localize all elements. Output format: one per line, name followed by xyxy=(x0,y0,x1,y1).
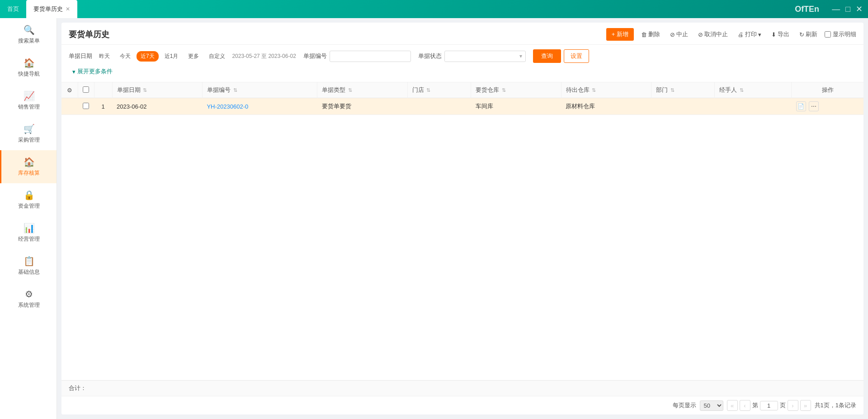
sidebar-item-sales-mgmt[interactable]: 📈 销售管理 xyxy=(0,84,57,117)
row-more-icon[interactable]: ⋯ xyxy=(809,101,819,111)
sort-store-icon[interactable]: ⇅ xyxy=(426,87,430,93)
bill-no-input[interactable] xyxy=(330,51,411,62)
status-label: 单据状态 xyxy=(418,52,442,60)
col-checkbox xyxy=(78,82,94,98)
table-footer: 合计： xyxy=(61,380,863,396)
status-select-wrapper xyxy=(444,51,526,62)
row-checkbox[interactable] xyxy=(83,103,89,109)
refresh-icon: ↻ xyxy=(799,31,804,38)
display-detail-checkbox[interactable] xyxy=(825,31,831,38)
date-custom-btn[interactable]: 自定义 xyxy=(205,51,229,62)
table-container: ⚙ 单据日期 ⇅ 单据编号 xyxy=(61,82,863,380)
sort-date-icon[interactable]: ⇅ xyxy=(143,87,147,93)
first-page-btn[interactable]: « xyxy=(727,400,738,411)
date-7days-btn[interactable]: 近7天 xyxy=(137,51,159,62)
sort-dept-icon[interactable]: ⇅ xyxy=(670,87,675,93)
date-more-btn[interactable]: 更多 xyxy=(184,51,203,62)
tab-home[interactable]: 首页 xyxy=(0,0,26,18)
sales-icon: 📈 xyxy=(24,90,35,101)
expand-more-button[interactable]: ▾ 展开更多条件 xyxy=(69,66,116,77)
page-number-input[interactable]: 1 xyxy=(760,401,778,410)
row-handler xyxy=(715,98,792,115)
query-button[interactable]: 查询 xyxy=(533,49,561,63)
col-bill-no: 单据编号 ⇅ xyxy=(202,82,317,98)
expand-icon: ▾ xyxy=(72,68,75,75)
sidebar-item-fund-mgmt[interactable]: 🔒 资金管理 xyxy=(0,183,57,216)
prev-page-btn[interactable]: ‹ xyxy=(740,400,750,411)
date-1month-btn[interactable]: 近1月 xyxy=(160,51,183,62)
col-bill-type: 单据类型 ⇅ xyxy=(317,82,407,98)
settings-button[interactable]: 设置 xyxy=(564,49,589,63)
settings-gear-icon[interactable]: ⚙ xyxy=(67,87,72,94)
sort-billno-icon[interactable]: ⇅ xyxy=(233,87,237,93)
system-icon: ⚙ xyxy=(25,289,33,300)
page-title: 要货单历史 xyxy=(69,29,109,40)
next-page-btn[interactable]: › xyxy=(788,400,798,411)
date-yesterday-btn[interactable]: 昨天 xyxy=(95,51,114,62)
cancel-stop-icon: ⊘ xyxy=(698,31,703,38)
delete-button[interactable]: 🗑 删除 xyxy=(638,29,663,40)
sidebar: 🔍 搜索菜单 🏠 快捷导航 📈 销售管理 🛒 采购管理 🏠 库存核算 🔒 资金管… xyxy=(0,18,57,419)
data-table: ⚙ 单据日期 ⇅ 单据编号 xyxy=(61,82,863,115)
stop-icon: ⊘ xyxy=(670,31,675,38)
export-icon: ⬇ xyxy=(771,31,776,38)
sidebar-item-ops-mgmt[interactable]: 📊 经营管理 xyxy=(0,216,57,249)
row-edit-icon[interactable]: 📄 xyxy=(796,101,806,111)
filter-row-1: 单据日期 昨天 今天 近7天 近1月 更多 自定义 2023-05-27 至 2… xyxy=(69,49,856,63)
row-req-warehouse: 车间库 xyxy=(471,98,561,115)
sidebar-item-basic-info[interactable]: 📋 基础信息 xyxy=(0,249,57,282)
status-select[interactable] xyxy=(444,51,526,62)
export-button[interactable]: ⬇ 导出 xyxy=(769,29,792,40)
sort-reqwh-icon[interactable]: ⇅ xyxy=(502,87,506,93)
select-all-checkbox[interactable] xyxy=(83,86,89,93)
row-date: 2023-06-02 xyxy=(112,98,202,115)
ops-icon: 📊 xyxy=(24,223,35,233)
row-action: 📄 ⋯ xyxy=(792,98,863,115)
per-page-label: 每页显示 xyxy=(673,401,696,409)
print-button[interactable]: 🖨 打印 ▾ xyxy=(735,29,764,40)
refresh-button[interactable]: ↻ 刷新 xyxy=(797,29,820,40)
pagination-bar: 每页显示 20 50 100 « ‹ 第 1 页 › » 共1页，1条记录 xyxy=(61,396,863,414)
row-bill-type: 要货单要货 xyxy=(317,98,407,115)
new-button[interactable]: + 新增 xyxy=(606,28,634,41)
row-settings xyxy=(61,98,78,115)
cancel-stop-button[interactable]: ⊘ 取消中止 xyxy=(695,29,731,40)
date-today-btn[interactable]: 今天 xyxy=(116,51,135,62)
stop-button[interactable]: ⊘ 中止 xyxy=(667,29,691,40)
close-icon[interactable]: ✕ xyxy=(856,4,863,14)
bill-no-link[interactable]: YH-20230602-0 xyxy=(207,103,248,110)
col-pending-warehouse: 待出仓库 ⇅ xyxy=(561,82,651,98)
sort-handler-icon[interactable]: ⇅ xyxy=(740,87,744,93)
sidebar-item-purchase-mgmt[interactable]: 🛒 采购管理 xyxy=(0,117,57,150)
filter-bill-no-item: 单据编号 xyxy=(303,51,411,62)
filter-row-expand: ▾ 展开更多条件 xyxy=(69,66,856,77)
home-icon: 🏠 xyxy=(24,57,35,68)
sort-pendwh-icon[interactable]: ⇅ xyxy=(592,87,596,93)
last-page-btn[interactable]: » xyxy=(800,400,811,411)
tab-close-icon[interactable]: ✕ xyxy=(66,6,70,12)
window-controls: OfTEn — □ ✕ xyxy=(788,4,868,14)
inventory-icon: 🏠 xyxy=(24,157,35,167)
page-navigation: « ‹ 第 1 页 › » xyxy=(727,400,811,411)
total-info: 共1页，1条记录 xyxy=(815,401,856,409)
minimize-icon[interactable]: — xyxy=(832,5,840,14)
col-action: 操作 xyxy=(792,82,863,98)
maximize-icon[interactable]: □ xyxy=(845,5,850,14)
row-pending-warehouse: 原材料仓库 xyxy=(561,98,651,115)
col-settings: ⚙ xyxy=(61,82,78,98)
display-detail-toggle[interactable]: 显示明细 xyxy=(825,30,856,38)
row-bill-no: YH-20230602-0 xyxy=(202,98,317,115)
col-date: 单据日期 ⇅ xyxy=(112,82,202,98)
filter-action-buttons: 查询 设置 xyxy=(533,49,589,63)
sidebar-item-inventory-calc[interactable]: 🏠 库存核算 xyxy=(0,150,57,183)
bill-no-label: 单据编号 xyxy=(303,52,327,60)
tab-requisition-history[interactable]: 要货单历史 ✕ xyxy=(26,0,77,18)
sort-billtype-icon[interactable]: ⇅ xyxy=(348,87,352,93)
row-checkbox-cell xyxy=(78,98,94,115)
total-label: 合计： xyxy=(69,384,86,392)
sidebar-item-search-menu[interactable]: 🔍 搜索菜单 xyxy=(0,18,57,51)
sidebar-item-quick-nav[interactable]: 🏠 快捷导航 xyxy=(0,51,57,84)
sidebar-item-system-mgmt[interactable]: ⚙ 系统管理 xyxy=(0,282,57,315)
per-page-select[interactable]: 20 50 100 xyxy=(700,400,723,411)
row-dept xyxy=(651,98,714,115)
